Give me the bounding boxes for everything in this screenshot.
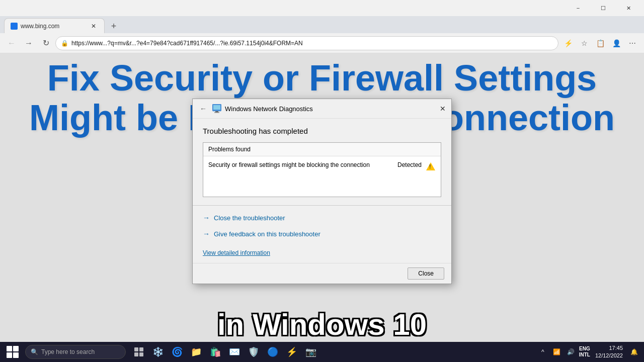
- forward-button[interactable]: →: [21, 36, 36, 51]
- svg-rect-5: [139, 347, 143, 351]
- close-troubleshooter-link[interactable]: → Close the troubleshooter: [193, 210, 451, 226]
- view-detailed-link[interactable]: View detailed information: [203, 249, 270, 256]
- security-app[interactable]: 🛡️: [245, 343, 263, 361]
- lock-icon: 🔒: [61, 40, 68, 47]
- dialog-footer: Close: [193, 263, 451, 284]
- dialog-body: Troubleshooting has completed Problems f…: [193, 119, 451, 205]
- title-bar: − ☐ ✕: [0, 0, 644, 16]
- bottom-overlay-text: in Windows 10: [0, 307, 644, 342]
- edge-icon: 🌀: [172, 346, 183, 357]
- dialog-title-text: Windows Network Diagnostics: [225, 105, 313, 113]
- notification-button[interactable]: 🔔: [628, 345, 640, 359]
- clock-time: 17:45: [595, 344, 623, 352]
- settings-icon[interactable]: ⋯: [625, 36, 640, 51]
- svg-rect-6: [134, 352, 138, 356]
- collections-icon[interactable]: 📋: [593, 36, 608, 51]
- problems-found-section: Problems found Security or firewall sett…: [203, 142, 441, 197]
- close-troubleshooter-label: Close the troubleshooter: [214, 214, 285, 222]
- window-close-button[interactable]: ✕: [617, 0, 640, 16]
- dialog-container: ← Windows Network Diagnostics ✕ Troubles…: [192, 99, 452, 284]
- clock-date: 12/12/2022: [595, 352, 623, 359]
- nav-icons: ⚡ ☆ 📋 👤 ⋯: [560, 36, 640, 51]
- dialog-titlebar: ← Windows Network Diagnostics ✕: [193, 99, 451, 119]
- back-button[interactable]: ←: [4, 36, 19, 51]
- arrow-icon-1: →: [203, 214, 210, 222]
- warning-triangle-shape: [426, 162, 435, 170]
- favorites-icon[interactable]: ☆: [577, 36, 592, 51]
- refresh-button[interactable]: ↻: [38, 36, 53, 51]
- start-square-3: [7, 352, 12, 358]
- dialog-status-text: Troubleshooting has completed: [203, 127, 441, 135]
- minimize-button[interactable]: −: [567, 0, 590, 16]
- dialog-close-x-button[interactable]: ✕: [437, 103, 448, 114]
- media-icon: 📷: [305, 346, 316, 357]
- vpn-app[interactable]: 🔵: [264, 343, 282, 361]
- problem-description: Security or firewall settings might be b…: [208, 161, 397, 168]
- dialog-title-icon: [212, 104, 222, 114]
- browser-chrome: − ☐ ✕ www.bing.com ✕ + ← → ↻ 🔒 https://w…: [0, 0, 644, 54]
- system-clock[interactable]: 17:45 12/12/2022: [592, 344, 626, 360]
- problem-row: Security or firewall settings might be b…: [203, 156, 441, 197]
- give-feedback-link[interactable]: → Give feedback on this troubleshooter: [193, 226, 451, 242]
- store-app[interactable]: 🛍️: [206, 343, 224, 361]
- christmas-icon-app[interactable]: ❄️: [149, 343, 167, 361]
- start-square-4: [13, 352, 19, 358]
- language-text: ENG: [579, 346, 590, 352]
- svg-rect-2: [215, 111, 218, 112]
- antivirus-app[interactable]: ⚡: [283, 343, 301, 361]
- file-explorer-icon: 📁: [191, 346, 202, 357]
- arrow-icon-2: →: [203, 230, 210, 238]
- problem-status-label: Detected: [397, 161, 422, 168]
- url-text: https://www...?q=mv&r...?e4=79e84?cad671…: [71, 40, 553, 47]
- bottom-overlay: in Windows 10: [0, 307, 644, 342]
- svg-rect-3: [214, 112, 219, 113]
- taskbar-right: ^ 📶 🔊 ENG INTL 17:45 12/12/2022 🔔: [537, 344, 644, 360]
- dialog-links: → Close the troubleshooter → Give feedba…: [193, 205, 451, 246]
- locale-text: INTL: [579, 352, 590, 358]
- system-tray: ^ 📶 🔊: [537, 345, 577, 359]
- mail-app[interactable]: ✉️: [225, 343, 244, 361]
- window-controls: − ☐ ✕: [567, 0, 644, 16]
- network-tray-icon[interactable]: 📶: [551, 345, 563, 359]
- task-view-button[interactable]: [130, 343, 148, 361]
- start-square-2: [13, 346, 19, 351]
- tab-favicon: [11, 23, 18, 30]
- vpn-icon: 🔵: [267, 346, 278, 357]
- tab-close-button[interactable]: ✕: [89, 22, 98, 31]
- active-tab[interactable]: www.bing.com ✕: [4, 18, 105, 33]
- dialog-back-button[interactable]: ←: [198, 103, 209, 114]
- profile-icon[interactable]: 👤: [609, 36, 624, 51]
- new-tab-button[interactable]: +: [107, 19, 121, 33]
- task-view-icon: [134, 347, 143, 356]
- close-dialog-button[interactable]: Close: [408, 267, 444, 280]
- view-detailed-section: View detailed information: [193, 246, 451, 263]
- store-icon: 🛍️: [210, 346, 221, 357]
- start-square-1: [7, 346, 12, 351]
- taskbar: 🔍 Type here to search ❄️ 🌀 📁 🛍️: [0, 342, 644, 362]
- start-icon: [7, 346, 19, 358]
- language-indicator[interactable]: ENG INTL: [579, 346, 590, 358]
- network-diagnostics-icon: [212, 104, 221, 113]
- search-icon: 🔍: [31, 348, 38, 355]
- volume-tray-icon[interactable]: 🔊: [565, 345, 577, 359]
- headline-line1: Fix Security or Firewall Settings: [10, 58, 634, 98]
- file-explorer-app[interactable]: 📁: [187, 343, 205, 361]
- extension-icon[interactable]: ⚡: [560, 36, 576, 51]
- svg-rect-7: [139, 352, 143, 356]
- give-feedback-label: Give feedback on this troubleshooter: [214, 230, 320, 238]
- svg-rect-1: [213, 105, 220, 110]
- search-placeholder: Type here to search: [41, 348, 95, 355]
- security-icon: 🛡️: [248, 346, 259, 357]
- svg-rect-4: [134, 347, 138, 351]
- maximize-button[interactable]: ☐: [592, 0, 615, 16]
- address-bar[interactable]: 🔒 https://www...?q=mv&r...?e4=79e84?cad6…: [55, 36, 558, 50]
- mail-icon: ✉️: [229, 346, 240, 357]
- tray-expand-button[interactable]: ^: [537, 345, 549, 359]
- start-button[interactable]: [0, 342, 25, 362]
- taskbar-search[interactable]: 🔍 Type here to search: [25, 345, 126, 359]
- edge-app[interactable]: 🌀: [168, 343, 186, 361]
- problems-header: Problems found: [203, 143, 441, 156]
- media-app[interactable]: 📷: [302, 343, 320, 361]
- tab-bar: www.bing.com ✕ +: [0, 16, 644, 33]
- christmas-icon: ❄️: [152, 346, 164, 357]
